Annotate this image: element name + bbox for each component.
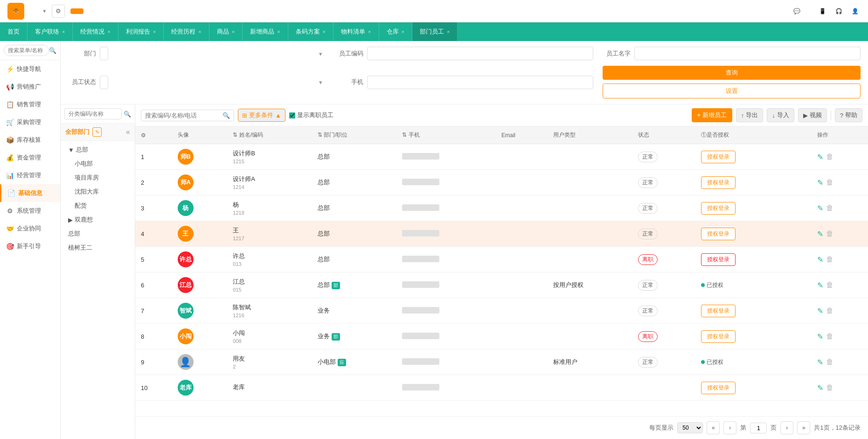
close-icon[interactable]: × [368,29,371,35]
edit-btn[interactable]: ✎ [817,204,823,213]
tab-new-goods[interactable]: 新增商品× [243,22,288,41]
dept-edit-icon[interactable]: ✎ [92,127,102,137]
emp-name-input[interactable] [634,47,861,60]
show-resigned-checkbox[interactable] [289,112,295,118]
sidebar-item-finance[interactable]: 💰资金管理 [0,149,60,167]
delete-btn[interactable]: 🗑 [826,281,833,289]
page-number-input[interactable] [750,423,767,433]
tab-home[interactable]: 首页 [0,22,28,41]
setting-button[interactable]: 设置 [603,84,861,98]
add-employee-button[interactable]: + 新增员工 [692,108,732,122]
video-button[interactable]: ▶ 视频 [798,108,827,122]
sidebar-item-stock[interactable]: 📦库存核算 [0,131,60,149]
last-page-btn[interactable]: » [797,421,810,434]
close-icon[interactable]: × [323,29,326,35]
import-button[interactable]: ↓ 导入 [767,108,794,122]
tab-history[interactable]: 经营历程× [164,22,209,41]
auth-login-btn[interactable]: 授权登录 [701,176,736,189]
tab-goods[interactable]: 商品× [209,22,243,41]
delete-btn[interactable]: 🗑 [826,178,833,187]
close-icon[interactable]: × [277,29,280,35]
edit-btn[interactable]: ✎ [817,281,823,290]
close-icon[interactable]: × [402,29,404,35]
search-input[interactable] [145,112,220,119]
sidebar-item-ops[interactable]: 📊经营管理 [0,167,60,184]
delete-btn[interactable]: 🗑 [826,230,833,238]
close-icon[interactable]: × [198,29,201,35]
edit-btn[interactable]: ✎ [817,383,823,392]
delete-btn[interactable]: 🗑 [826,255,833,264]
col-phone[interactable]: ⇅ 手机 [396,126,496,144]
settings-icon[interactable]: ⚙ [52,5,65,18]
dept-node-zongbu2[interactable]: 总部 [61,227,135,241]
delete-btn[interactable]: 🗑 [826,332,833,341]
edit-btn[interactable]: ✎ [817,332,823,341]
edit-btn[interactable]: ✎ [817,255,823,264]
emp-code-input[interactable] [367,47,593,60]
help-button[interactable]: ? 帮助 [835,108,862,122]
system-dropdown-arrow[interactable]: ▾ [43,7,46,14]
online-service-btn[interactable]: 🎧 [835,8,844,14]
export-button[interactable]: ↑ 导出 [736,108,764,122]
dept-node-shenyang[interactable]: 沈阳大库 [61,185,135,199]
more-filter-btn[interactable]: ⊞ 更多条件 ▲ [238,109,285,122]
edit-btn[interactable]: ✎ [817,230,823,238]
dept-search-input[interactable] [64,108,122,119]
edit-btn[interactable]: ✎ [817,358,823,367]
auth-login-btn[interactable]: 授权登录 [701,382,736,394]
auth-login-btn[interactable]: 授权登录 [701,151,736,163]
dept-node-peihuo[interactable]: 配货 [61,199,135,213]
close-icon[interactable]: × [62,29,65,35]
page-size-select[interactable]: 50 100 [677,422,703,433]
phone-input[interactable] [367,76,593,89]
search-button[interactable]: 查询 [603,66,861,80]
close-icon[interactable]: × [153,29,156,35]
tab-bom[interactable]: 物料清单× [333,22,379,41]
delete-btn[interactable]: 🗑 [826,153,833,161]
delete-btn[interactable]: 🗑 [826,204,833,212]
col-dept[interactable]: ⇅ 部门/职位 [312,126,396,144]
delete-btn[interactable]: 🗑 [826,307,833,315]
col-settings-header[interactable]: ⚙ [135,126,172,144]
prev-page-btn[interactable]: ‹ [723,421,736,434]
edit-btn[interactable]: ✎ [817,153,823,161]
col-name[interactable]: ⇅ 姓名/编码 [227,126,312,144]
sidebar-item-collab[interactable]: 🤝企业协同 [0,220,60,237]
sidebar-item-sales[interactable]: 📋销售管理 [0,96,60,113]
message-btn[interactable]: 💬 [793,8,812,14]
auth-login-btn[interactable]: 授权登录 [701,330,736,343]
tab-profit[interactable]: 利润报告× [118,22,164,41]
delete-btn[interactable]: 🗑 [826,358,833,366]
dept-node-zhishu[interactable]: 植树王二 [61,241,135,255]
next-page-btn[interactable]: › [780,421,793,434]
sidebar-item-guide[interactable]: 🎯新手引导 [0,237,60,255]
tab-warehouse[interactable]: 仓库× [379,22,412,41]
close-icon[interactable]: × [107,29,110,35]
dept-node-xiaodian[interactable]: 小电部 [61,157,135,171]
user-btn[interactable]: 👤 [852,8,861,14]
tab-dept-staff[interactable]: 部门员工× [412,22,458,41]
sidebar-item-marketing[interactable]: 📢营销推广 [0,78,60,96]
sidebar-item-quicknav[interactable]: ⚡快捷导航 [0,60,60,78]
auth-login-btn[interactable]: 授权登录 [701,305,736,317]
dept-collapse-btn[interactable]: « [126,128,130,136]
close-icon[interactable]: × [447,29,450,35]
dept-node-zonbu[interactable]: ▼ 总部 [61,143,135,157]
tab-operation[interactable]: 经营情况× [73,22,118,41]
dept-node-xiangmu[interactable]: 项目库房 [61,171,135,185]
close-icon[interactable]: × [232,29,235,35]
trial-button[interactable] [70,8,83,14]
emp-status-select[interactable] [100,76,108,89]
sidebar-search-input[interactable] [4,45,49,56]
auth-login-btn[interactable]: 授权登录 [701,202,736,215]
dept-select[interactable] [100,47,108,60]
sidebar-item-purchase[interactable]: 🛒采购管理 [0,113,60,131]
sidebar-item-basic[interactable]: 📄基础信息 [0,184,60,202]
dept-node-shuanglu[interactable]: ▶ 双鹿想 [61,213,135,227]
tab-barcode[interactable]: 条码方案× [288,22,333,41]
delete-btn[interactable]: 🗑 [826,383,833,392]
first-page-btn[interactable]: « [707,421,720,434]
edit-btn[interactable]: ✎ [817,307,823,315]
app-download-btn[interactable]: 📱 [819,8,828,14]
sidebar-item-system[interactable]: ⚙系统管理 [0,202,60,220]
